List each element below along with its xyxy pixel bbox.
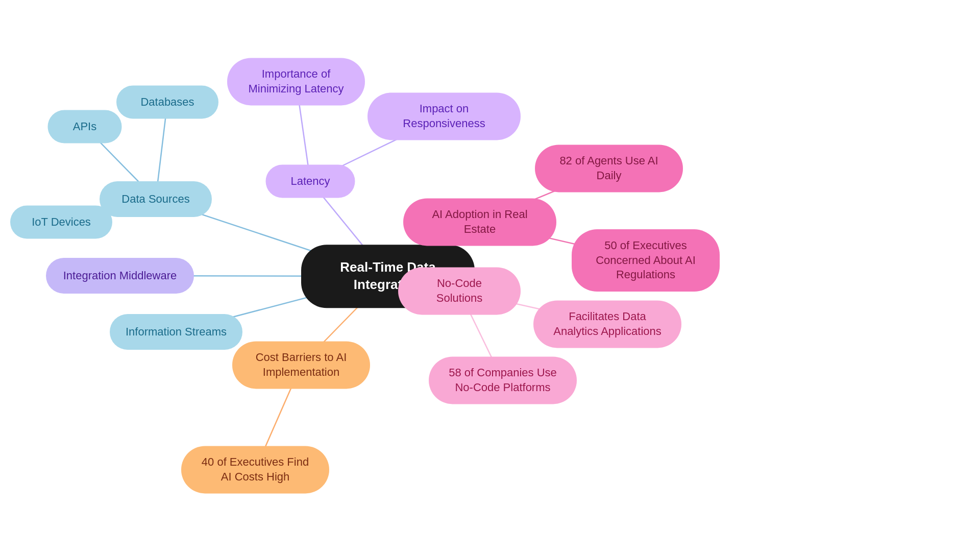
svg-line-1 — [156, 102, 167, 199]
svg-line-11 — [480, 222, 646, 260]
mindmap-canvas — [0, 0, 980, 553]
svg-line-4 — [120, 276, 388, 276]
svg-line-9 — [388, 222, 480, 276]
svg-line-5 — [176, 276, 388, 332]
svg-line-8 — [310, 116, 444, 181]
svg-line-3 — [61, 199, 156, 222]
svg-line-13 — [459, 291, 607, 324]
svg-line-6 — [310, 181, 388, 276]
svg-line-7 — [296, 82, 310, 181]
svg-line-14 — [459, 291, 503, 380]
svg-line-15 — [301, 276, 388, 365]
svg-line-12 — [388, 276, 459, 291]
svg-line-10 — [480, 169, 609, 222]
svg-line-2 — [85, 127, 156, 199]
svg-line-16 — [255, 365, 301, 470]
svg-line-0 — [156, 199, 388, 276]
